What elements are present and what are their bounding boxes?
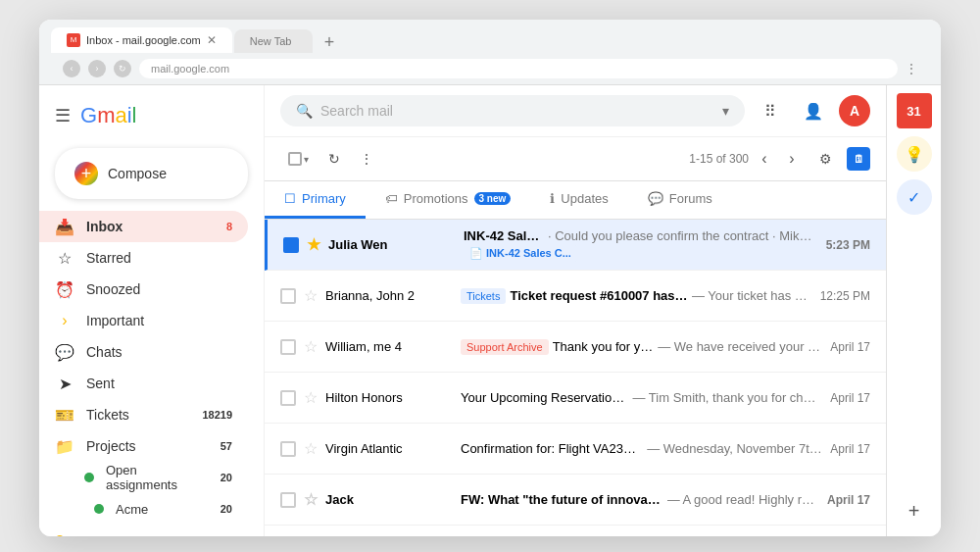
updates-tab-label: Updates [561,191,608,206]
tab-primary[interactable]: ☐ Primary [265,181,366,219]
star-icon[interactable]: ☆ [304,337,318,356]
hamburger-icon[interactable]: ☰ [55,105,71,126]
search-bar[interactable]: 🔍 Search mail ▾ [280,95,745,126]
settings-button[interactable]: ⚙ [808,141,843,176]
tab-promotions[interactable]: 🏷 Promotions 3 new [366,181,531,219]
right-panel-tasks[interactable]: ✓ [897,179,932,215]
sidebar-item-support-archive[interactable]: Support Archive 9 [39,525,248,536]
email-preview: — We have received your message and ... [658,339,822,354]
sidebar-item-snoozed[interactable]: ⏰ Snoozed [39,274,248,305]
important-label: Important [86,313,144,328]
email-subject: FW: What "the future of innovation" Look… [461,492,663,507]
email-time: April 17 [827,493,870,507]
email-line1: Support Archive Thank you for your Inqui… [461,339,822,355]
sidebar-item-sent[interactable]: ➤ Sent [39,368,248,399]
refresh-button[interactable]: ↻ [320,145,348,173]
email-subject: Confirmation for: Flight VA2345 SFO to N… [461,441,643,456]
email-checkbox[interactable] [280,288,296,304]
right-panel-notes[interactable]: 💡 [897,136,932,172]
support-archive-label: Support Archive [76,533,167,537]
forward-button[interactable]: › [88,60,106,77]
email-content-wrap: Tickets Ticket request #610007 has been … [461,288,812,304]
select-arrow-icon: ▾ [304,154,309,165]
table-row[interactable]: ★ Julia Wen INK-42 Sales Cont... · Could… [265,220,886,271]
sidebar-item-chats[interactable]: 💬 Chats [39,336,248,368]
more-options-button[interactable]: ⋮ [352,145,381,173]
email-checkbox[interactable] [280,492,296,508]
sidebar-item-starred[interactable]: ☆ Starred [39,242,248,274]
right-panel-add[interactable]: + [897,493,932,528]
sidebar-item-acme[interactable]: Acme 20 [39,493,248,525]
inbox-label: Inbox [86,219,122,234]
promotions-tab-icon: 🏷 [385,191,398,206]
email-checkbox[interactable] [280,441,296,457]
email-checkbox[interactable] [280,390,296,406]
table-row[interactable]: ☆ William, me 4 Support Archive Thank yo… [265,322,886,373]
star-icon[interactable]: ☆ [304,439,318,458]
email-checkbox[interactable] [283,237,299,253]
select-all-checkbox[interactable]: ▾ [280,146,317,172]
browser-menu-icon[interactable]: ⋮ [906,62,917,75]
compose-label: Compose [108,166,167,181]
star-icon[interactable]: ☆ [304,286,318,305]
avatar[interactable]: A [839,95,870,126]
right-panel: 31 💡 ✓ + [886,85,941,536]
new-tab-button[interactable]: + [318,32,341,53]
email-content-wrap: Confirmation for: Flight VA2345 SFO to N… [461,441,822,456]
inactive-tab[interactable]: New Tab [234,29,313,53]
table-row[interactable]: ☆ Xancer Photos from my road trip — Hi a… [265,526,886,536]
tab-forums[interactable]: 💬 Forums [628,181,732,219]
star-icon[interactable]: ☆ [304,490,318,509]
tickets-badge: 18219 [202,409,232,421]
email-line1: INK-42 Sales Cont... · Could you please … [464,228,818,243]
table-row[interactable]: ☆ Brianna, John 2 Tickets Ticket request… [265,271,886,322]
tab-updates[interactable]: ℹ Updates [530,181,627,219]
email-time: 5:23 PM [826,238,870,252]
close-tab-icon[interactable]: ✕ [207,33,217,47]
inbox-badge: 8 [226,221,232,232]
email-line1: Your Upcoming Reservation #20963746 — Ti… [461,390,822,405]
email-content-wrap: INK-42 Sales Cont... · Could you please … [464,228,818,262]
support-archive-dot [55,535,65,536]
email-content-wrap: FW: What "the future of innovation" Look… [461,492,819,507]
email-sender: Hilton Honors [325,390,453,405]
address-bar[interactable]: mail.google.com [139,59,898,78]
apps-button[interactable]: ⠿ [753,93,788,128]
right-panel-calendar[interactable]: 31 [897,93,932,128]
star-icon[interactable]: ★ [307,235,320,254]
email-time: 12:25 PM [820,289,870,303]
forums-tab-label: Forums [669,191,712,206]
active-tab[interactable]: M Inbox - mail.google.com ✕ [51,27,232,53]
table-row[interactable]: ☆ Virgin Atlantic Confirmation for: Flig… [265,424,886,475]
next-page-button[interactable]: › [780,147,804,171]
starred-label: Starred [86,250,131,266]
sent-label: Sent [86,376,115,391]
important-icon: › [55,312,74,329]
sidebar-item-open-assignments[interactable]: Open assignments 20 [39,462,248,493]
acme-dot [94,504,104,514]
snoozed-label: Snoozed [86,281,140,297]
email-line1: Confirmation for: Flight VA2345 SFO to N… [461,441,822,456]
table-row[interactable]: ☆ Hilton Honors Your Upcoming Reservatio… [265,373,886,424]
email-sender: Brianna, John 2 [325,288,453,303]
account-menu-button[interactable]: 👤 [796,93,831,128]
prev-page-button[interactable]: ‹ [753,147,776,171]
search-dropdown-icon[interactable]: ▾ [722,103,729,119]
compose-button[interactable]: + Compose [55,148,248,199]
open-assignments-dot [84,473,94,482]
inactive-tab-label: New Tab [250,35,292,47]
email-checkbox[interactable] [280,339,296,355]
table-row[interactable]: ☆ Jack FW: What "the future of innovatio… [265,475,886,526]
sidebar-item-inbox[interactable]: 📥 Inbox 8 [39,211,248,242]
sidebar-item-projects[interactable]: 📁 Projects 57 [39,430,248,462]
back-button[interactable]: ‹ [63,60,80,77]
chats-label: Chats [86,344,122,360]
sidebar-item-important[interactable]: › Important [39,305,248,336]
star-icon[interactable]: ☆ [304,388,318,407]
reload-button[interactable]: ↻ [114,60,131,77]
inbox-icon: 📥 [55,218,74,236]
sidebar-item-tickets[interactable]: 🎫 Tickets 18219 [39,399,248,430]
tickets-icon: 🎫 [55,406,74,425]
calendar-shortcut[interactable]: 🗓 [847,147,870,171]
email-preview: — A good read! Highly recommende... [667,492,819,507]
